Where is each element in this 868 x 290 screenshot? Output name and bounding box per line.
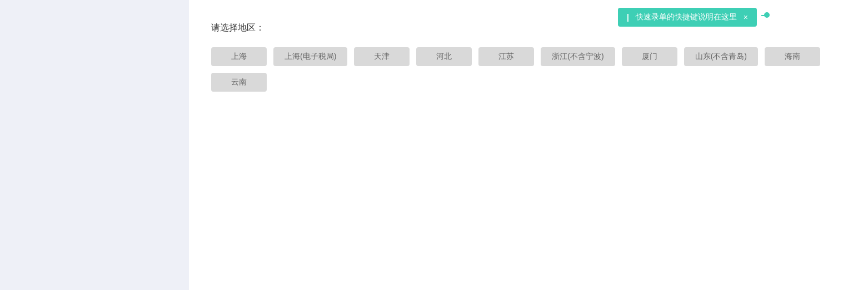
region-button-hebei[interactable]: 河北 bbox=[416, 47, 472, 66]
region-button-shandong[interactable]: 山东(不含青岛) bbox=[684, 47, 758, 66]
region-button-jiangsu[interactable]: 江苏 bbox=[478, 47, 534, 66]
tooltip-banner: 快速录单的快捷键说明在这里 × bbox=[618, 8, 757, 27]
region-button-shanghai[interactable]: 上海 bbox=[211, 47, 267, 66]
tooltip-dot bbox=[764, 12, 770, 18]
region-button-zhejiang[interactable]: 浙江(不含宁波) bbox=[541, 47, 615, 66]
region-button-tianjin[interactable]: 天津 bbox=[354, 47, 410, 66]
region-button-xiamen[interactable]: 厦门 bbox=[622, 47, 677, 66]
region-button-yunnan[interactable]: 云南 bbox=[211, 73, 267, 92]
main-content: 请选择地区： 上海上海(电子税局)天津河北江苏浙江(不含宁波)厦门山东(不含青岛… bbox=[189, 0, 868, 290]
region-button-hainan[interactable]: 海南 bbox=[765, 47, 820, 66]
left-sidebar bbox=[0, 0, 189, 290]
tooltip-text: 快速录单的快捷键说明在这里 bbox=[636, 12, 737, 22]
region-button-shanghai-etax[interactable]: 上海(电子税局) bbox=[273, 47, 347, 66]
region-buttons: 上海上海(电子税局)天津河北江苏浙江(不含宁波)厦门山东(不含青岛)海南云南 bbox=[211, 47, 846, 92]
tooltip-close-button[interactable]: × bbox=[744, 13, 748, 22]
